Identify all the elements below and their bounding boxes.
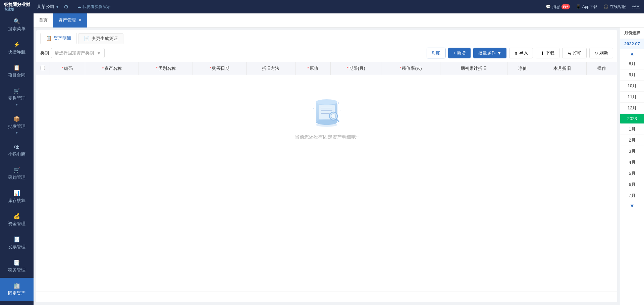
sidebar-item-quicknav[interactable]: ⚡ 快捷导航 [0,37,34,60]
month-item-6[interactable]: 6月 [620,179,644,190]
month-item-10[interactable]: 10月 [620,81,644,92]
select-all-header[interactable] [36,62,50,75]
col-purchase-date: *购买日期 [193,62,246,75]
sidebar-item-funds[interactable]: 💰 资金管理 [0,208,34,232]
online-service-label: 在线客服 [610,4,626,10]
user-name: 张三 [632,4,640,10]
svg-text:•: • [340,110,341,112]
message-label: 消息 [552,4,560,10]
quicknav-icon: ⚡ [13,41,20,48]
app-download-button[interactable]: 📱 App下载 [576,4,597,10]
sidebar-item-retail[interactable]: 🛒 零售管理 ▼ [0,83,34,111]
sidebar-item-search[interactable]: 🔍 搜索菜单 [0,13,34,37]
sidebar-label-purchase: 采购管理 [8,174,25,181]
month-item-12[interactable]: 12月 [620,103,644,114]
sub-tab-voucher-label: 变更生成凭证 [92,36,118,42]
invoice-icon: 🧾 [13,236,20,243]
month-item-11[interactable]: 11月 [620,92,644,103]
sidebar-item-tax[interactable]: 📑 税务管理 [0,255,34,278]
refresh-button[interactable]: ↻ 刷新 [589,48,613,58]
sidebar-label-ecommerce: 小畅电商 [8,151,25,157]
category-dropdown[interactable]: 请选择固定资产类别 ▼ [51,48,105,58]
category-label: 类别 [40,50,49,56]
company-selector[interactable]: 某某公司 ▼ [37,4,59,10]
empty-illustration: ✦ ✦ • [307,95,347,129]
toolbar-right: 对账 + 新增 批量操作 ▼ ⬆ 导入 ⬇ 下载 [427,48,613,58]
reconcile-button[interactable]: 对账 [427,48,445,58]
sidebar-item-inventory[interactable]: 📊 库存核算 [0,185,34,208]
col-asset-name: *资产名称 [85,62,139,75]
headset-icon: 🎧 [603,4,608,9]
sub-tab-detail[interactable]: 📋 资产明细 [40,33,77,44]
download-button[interactable]: ⬇ 下载 [536,48,559,58]
message-button[interactable]: 💬 消息 99+ [546,4,570,10]
month-item-1[interactable]: 1月 [620,124,644,135]
tab-home[interactable]: 首页 [34,13,53,28]
month-item-3[interactable]: 3月 [620,146,644,157]
main-panel: 📋 资产明细 📄 变更生成凭证 类别 请选择固定资产类别 ▼ [36,30,617,302]
svg-text:✦: ✦ [313,108,314,110]
month-item-8[interactable]: 8月 [620,58,644,69]
search-icon: 🔍 [13,18,20,24]
tab-assets-label: 资产管理 [58,17,76,23]
sidebar-label-invoice: 发票管理 [8,244,25,250]
sidebar-item-assets[interactable]: 🏢 固定资产 [0,278,34,301]
refresh-icon: ↻ [594,51,598,56]
print-button[interactable]: 🖨 打印 [562,48,587,58]
chevron-down-icon: ▼ [56,5,59,9]
select-all-checkbox[interactable] [41,66,45,70]
month-item-7[interactable]: 7月 [620,190,644,201]
month-item-2[interactable]: 2月 [620,135,644,146]
month-item-9[interactable]: 9月 [620,69,644,81]
print-icon: 🖨 [567,51,572,56]
app-edition: 专业版 [4,7,30,11]
col-original-value: *原值 [295,62,331,75]
main-layout: 🔍 搜索菜单 ⚡ 快捷导航 📋 项目合同 🛒 零售管理 ▼ 📦 批发管理 ▼ 🛍… [0,13,644,305]
sidebar-item-ecommerce[interactable]: 🛍 小畅电商 [0,139,34,162]
online-service-button[interactable]: 🎧 在线客服 [603,4,626,10]
table-header-row: *编码 *资产名称 *类别名称 *购买日期 折旧方法 *原值 *期限(月) *残… [36,62,617,75]
page-content: 📋 资产明细 📄 变更生成凭证 类别 请选择固定资产类别 ▼ [34,28,644,305]
tab-bar: 首页 资产管理 ✕ [34,13,644,28]
app-name: 畅捷通好业财 [4,2,30,7]
content-area: 首页 资产管理 ✕ 📋 资产明细 📄 变更生成凭证 [34,13,644,305]
month-panel: 月份选择 2022.07 ▲ 8月 9月 10月 11月 12月 2023 1月… [620,28,644,305]
voucher-tab-icon: 📄 [84,36,90,41]
col-code: *编码 [50,62,85,75]
demo-text: 我要看实例演示 [83,4,111,10]
page-bottom [36,292,617,302]
sidebar-item-wholesale[interactable]: 📦 批发管理 ▼ [0,111,34,139]
tab-assets[interactable]: 资产管理 ✕ [53,13,87,28]
empty-state: ✦ ✦ • 当前您还没有固定资产明细哦~ [36,75,617,160]
sidebar-item-purchase[interactable]: 🛒 采购管理 [0,162,34,185]
dropdown-arrow-icon: ▼ [97,51,101,56]
close-icon[interactable]: ✕ [78,18,82,22]
svg-point-2 [316,99,337,105]
funds-icon: 💰 [13,213,20,219]
add-button[interactable]: + 新增 [448,48,471,58]
category-placeholder: 请选择固定资产类别 [55,50,94,56]
toolbar: 类别 请选择固定资产类别 ▼ 对账 + 新增 批量操作 ▼ [36,44,617,62]
batch-ops-button[interactable]: 批量操作 ▼ [473,48,506,58]
sidebar-item-invoice[interactable]: 🧾 发票管理 [0,232,34,255]
month-year-2023[interactable]: 2023 [620,114,644,124]
svg-text:✦: ✦ [337,102,340,105]
empty-text: 当前您还没有固定资产明细哦~ [295,134,359,140]
sidebar-item-project[interactable]: 📋 项目合同 [0,60,34,83]
tab-home-label: 首页 [39,17,48,23]
sidebar-label-inventory: 库存核算 [8,198,25,204]
sidebar-label-quicknav: 快捷导航 [8,49,25,55]
settings-icon[interactable]: ⚙ [64,4,68,10]
import-button[interactable]: ⬆ 导入 [509,48,533,58]
sub-tab-voucher[interactable]: 📄 变更生成凭证 [78,33,123,44]
month-nav-up[interactable]: ▲ [630,49,635,58]
month-nav-down[interactable]: ▼ [630,201,635,211]
project-icon: 📋 [13,64,20,71]
print-label: 打印 [573,50,582,56]
month-current-year[interactable]: 2022.07 [620,39,644,49]
month-item-5[interactable]: 5月 [620,168,644,179]
sidebar-item-payroll[interactable]: 💴 工资 [0,301,34,305]
demo-link[interactable]: ☁ 我要看实例演示 [77,4,111,10]
download-icon: ⬇ [541,51,544,56]
month-item-4[interactable]: 4月 [620,157,644,168]
